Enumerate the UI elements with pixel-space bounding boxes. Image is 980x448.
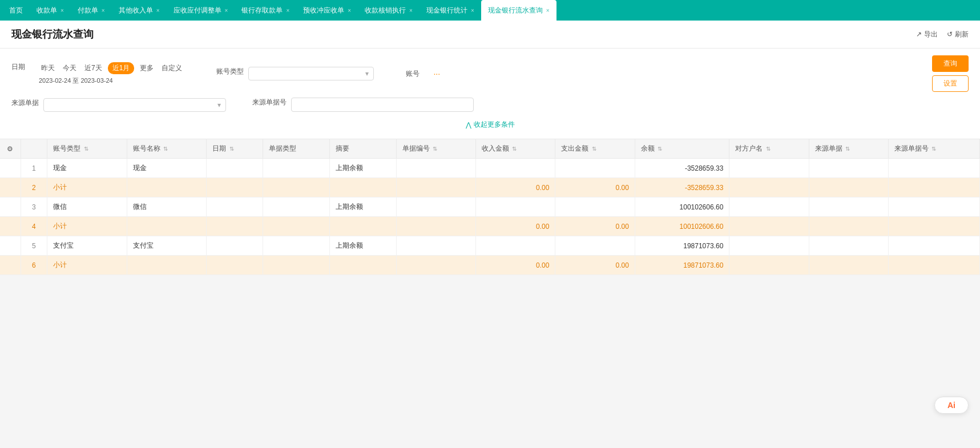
- close-icon[interactable]: ×: [225, 7, 228, 14]
- th-account-type[interactable]: 账号类型 ⇅: [47, 139, 127, 159]
- nav-tab-collection[interactable]: 收款核销执行 ×: [358, 0, 420, 21]
- cell-summary: 上期余额: [329, 197, 396, 217]
- top-nav: 首页 收款单 × 付款单 × 其他收入单 × 应收应付调整单 × 银行存取款单 …: [0, 0, 980, 21]
- th-doc-num[interactable]: 单据编号 ⇅: [396, 139, 475, 159]
- cell-doc-type: [263, 256, 329, 275]
- th-index: [21, 139, 47, 159]
- nav-tab-bank-deposit[interactable]: 银行存取款单 ×: [235, 0, 296, 21]
- nav-tab-other-income[interactable]: 其他收入单 ×: [112, 0, 167, 21]
- export-icon: ↗: [916, 30, 922, 38]
- cell-balance: -3528659.33: [635, 178, 729, 197]
- account-type-select[interactable]: ▾: [248, 67, 374, 80]
- cell-date: [207, 217, 263, 236]
- query-button[interactable]: 查询: [932, 55, 969, 72]
- cell-summary: [329, 217, 396, 236]
- nav-tab-cashflow[interactable]: 现金银行流水查询 ×: [481, 0, 556, 21]
- cell-source-doc-num: [889, 217, 980, 236]
- cell-date: [207, 236, 263, 256]
- date-options-col: 昨天 今天 近7天 近1月 更多 自定义 2023-02-24 至 2023-0…: [39, 62, 184, 85]
- nav-tab-adjustment[interactable]: 应收应付调整单 ×: [167, 0, 235, 21]
- cell-summary: [329, 256, 396, 275]
- nav-tab-home[interactable]: 首页: [2, 0, 30, 21]
- table-header-row: ⚙ 账号类型 ⇅ 账号名称 ⇅ 日期 ⇅ 单据类型 摘要 单据编号 ⇅ 收入金额…: [0, 139, 980, 159]
- close-icon[interactable]: ×: [546, 7, 550, 14]
- cell-doc-type: [263, 178, 329, 197]
- close-icon[interactable]: ×: [102, 7, 105, 14]
- cell-doc-num: [396, 236, 475, 256]
- cell-counterparty: [729, 256, 809, 275]
- nav-tab-payment[interactable]: 付款单 ×: [71, 0, 112, 21]
- th-account-name[interactable]: 账号名称 ⇅: [127, 139, 206, 159]
- cell-source-doc: [809, 178, 888, 197]
- date-opt-7days[interactable]: 近7天: [82, 62, 104, 74]
- cell-source-doc: [809, 159, 888, 178]
- table-row: 2小计0.000.00-3528659.33: [0, 178, 980, 197]
- close-icon[interactable]: ×: [409, 7, 413, 14]
- cell-balance: 19871073.60: [635, 256, 729, 275]
- cell-account-name: 微信: [127, 197, 206, 217]
- cell-summary: [329, 178, 396, 197]
- nav-tab-stats[interactable]: 现金银行统计 ×: [420, 0, 481, 21]
- cell-source-doc-num: [889, 159, 980, 178]
- nav-tab-receipt[interactable]: 收款单 ×: [30, 0, 71, 21]
- nav-tab-advance[interactable]: 预收冲应收单 ×: [296, 0, 358, 21]
- date-opt-1month[interactable]: 近1月: [108, 62, 135, 74]
- cell-account-type: 现金: [47, 159, 127, 178]
- close-icon[interactable]: ×: [348, 7, 351, 14]
- cell-expense: 0.00: [555, 217, 635, 236]
- close-icon[interactable]: ×: [61, 7, 64, 14]
- cell-doc-type: [263, 217, 329, 236]
- cell-account-type: 小计: [47, 256, 127, 275]
- cell-source-doc: [809, 236, 888, 256]
- source-doc-select[interactable]: ▾: [43, 98, 226, 112]
- th-expense[interactable]: 支出金额 ⇅: [555, 139, 635, 159]
- page-header: 现金银行流水查询 ↗ 导出 ↺ 刷新: [0, 21, 980, 49]
- cell-index: 2: [21, 178, 47, 197]
- cell-expense: [555, 197, 635, 217]
- th-source-doc[interactable]: 来源单据 ⇅: [809, 139, 888, 159]
- th-source-doc-num[interactable]: 来源单据号 ⇅: [889, 139, 980, 159]
- source-doc-num-input[interactable]: [291, 98, 474, 112]
- cell-counterparty: [729, 217, 809, 236]
- data-table: ⚙ 账号类型 ⇅ 账号名称 ⇅ 日期 ⇅ 单据类型 摘要 单据编号 ⇅ 收入金额…: [0, 139, 980, 275]
- settings-button[interactable]: 设置: [932, 75, 969, 92]
- cell-account-type: 小计: [47, 178, 127, 197]
- cell-doc-num: [396, 197, 475, 217]
- cell-account-name: [127, 178, 206, 197]
- cell-date: [207, 256, 263, 275]
- date-options: 昨天 今天 近7天 近1月 更多 自定义: [39, 62, 184, 74]
- cell-doc-num: [396, 178, 475, 197]
- date-opt-yesterday[interactable]: 昨天: [39, 62, 57, 74]
- cell-income: [476, 197, 555, 217]
- cell-source-doc-num: [889, 236, 980, 256]
- cell-counterparty: [729, 236, 809, 256]
- cell-expense: [555, 236, 635, 256]
- close-icon[interactable]: ×: [156, 7, 160, 14]
- export-button[interactable]: ↗ 导出: [916, 30, 938, 39]
- close-icon[interactable]: ×: [286, 7, 289, 14]
- cell-index: 3: [21, 197, 47, 217]
- cell-index: 6: [21, 256, 47, 275]
- account-label: 账号: [406, 69, 429, 79]
- cell-doc-num: [396, 159, 475, 178]
- date-opt-custom[interactable]: 自定义: [159, 62, 184, 74]
- source-doc-filter-block: 来源单据 ▾: [11, 98, 226, 112]
- th-date[interactable]: 日期 ⇅: [207, 139, 263, 159]
- source-doc-num-label: 来源单据号: [252, 98, 287, 107]
- th-income[interactable]: 收入金额 ⇅: [476, 139, 555, 159]
- th-gear[interactable]: ⚙: [0, 139, 21, 159]
- filter-area: 日期 昨天 今天 近7天 近1月 更多 自定义 2023-02-24 至 202…: [0, 49, 980, 139]
- refresh-button[interactable]: ↺ 刷新: [947, 30, 969, 39]
- date-opt-more[interactable]: 更多: [138, 62, 156, 74]
- cell-income: [476, 159, 555, 178]
- date-opt-today[interactable]: 今天: [61, 62, 79, 74]
- collapse-bar[interactable]: ⋀ 收起更多条件: [11, 118, 969, 132]
- cell-balance: -3528659.33: [635, 159, 729, 178]
- cell-source-doc-num: [889, 256, 980, 275]
- cell-date: [207, 159, 263, 178]
- close-icon[interactable]: ×: [471, 7, 474, 14]
- th-counterparty[interactable]: 对方户名 ⇅: [729, 139, 809, 159]
- cell-doc-num: [396, 256, 475, 275]
- account-ellipsis-button[interactable]: ···: [433, 69, 440, 78]
- th-balance[interactable]: 余额 ⇅: [635, 139, 729, 159]
